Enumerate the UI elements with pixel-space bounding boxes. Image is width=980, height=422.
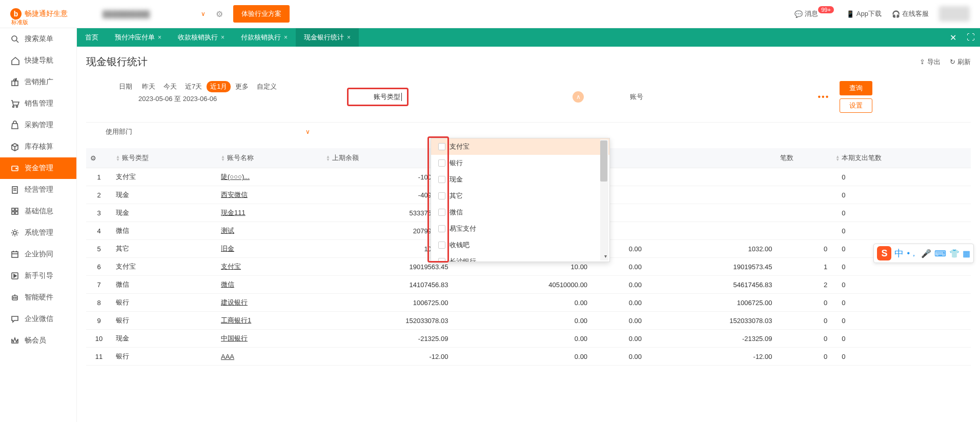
ime-lang[interactable]: 中 bbox=[894, 247, 904, 259]
settings-gear-icon[interactable]: ⚙ bbox=[216, 9, 223, 19]
account-name-link[interactable]: 现金111 bbox=[221, 209, 246, 216]
query-button[interactable]: 查询 bbox=[840, 81, 872, 95]
checkbox-icon[interactable] bbox=[438, 159, 445, 167]
dropdown-scrollbar-thumb[interactable] bbox=[600, 140, 607, 182]
tab-1[interactable]: 预付冲应付单× bbox=[107, 28, 170, 47]
checkbox-icon[interactable] bbox=[438, 242, 445, 249]
date-opt-1[interactable]: 今天 bbox=[160, 81, 180, 92]
dept-chevron-icon[interactable]: ∨ bbox=[305, 128, 310, 135]
dropdown-option-0[interactable]: 支付宝 bbox=[431, 138, 609, 155]
experience-button[interactable]: 体验行业方案 bbox=[233, 5, 290, 23]
date-opt-4[interactable]: 更多 bbox=[232, 81, 252, 92]
date-opt-3[interactable]: 近1月 bbox=[207, 81, 231, 92]
user-avatar[interactable] bbox=[939, 6, 970, 22]
org-chevron-icon[interactable]: ∨ bbox=[201, 10, 206, 17]
dropdown-scroll-down-icon[interactable]: ▾ bbox=[604, 253, 607, 259]
date-opt-0[interactable]: 昨天 bbox=[138, 81, 159, 92]
org-name[interactable]: ██████████ bbox=[103, 10, 150, 18]
cell-c6: 1006725.00 bbox=[646, 294, 776, 312]
sidebar-item-gift[interactable]: 营销推广 bbox=[0, 71, 76, 93]
export-button[interactable]: ⇪ 导出 bbox=[920, 57, 941, 67]
sidebar-item-chat[interactable]: 企业微信 bbox=[0, 308, 76, 330]
dropdown-scrollbar-track[interactable]: ▾ bbox=[600, 139, 608, 260]
dropdown-option-7[interactable]: 长沙银行 bbox=[431, 253, 609, 262]
col-account-name[interactable]: ▲▼账号名称 bbox=[217, 148, 322, 168]
checkbox-icon[interactable] bbox=[438, 225, 445, 232]
settings-button[interactable]: 设置 bbox=[840, 98, 872, 113]
sidebar-item-grid[interactable]: 基础信息 bbox=[0, 200, 76, 222]
date-opt-2[interactable]: 近7天 bbox=[181, 81, 206, 92]
account-name-link[interactable]: 工商银行1 bbox=[221, 316, 251, 324]
account-name-link[interactable]: 支付宝 bbox=[221, 263, 241, 270]
tab-close-icon[interactable]: × bbox=[284, 34, 288, 41]
tab-0[interactable]: 首页 bbox=[77, 28, 107, 47]
sidebar-item-calendar[interactable]: 企业协同 bbox=[0, 244, 76, 265]
col-count[interactable]: 笔数 bbox=[776, 148, 831, 168]
checkbox-icon[interactable] bbox=[438, 143, 445, 150]
tab-close-icon[interactable]: × bbox=[158, 34, 161, 41]
sidebar-item-doc[interactable]: 经营管理 bbox=[0, 179, 76, 200]
col-outcount[interactable]: ▲▼本期支出笔数 bbox=[831, 148, 971, 168]
ime-skin-icon[interactable]: 👕 bbox=[949, 249, 959, 258]
cell-outcnt: 0 bbox=[831, 348, 971, 366]
checkbox-icon[interactable] bbox=[438, 258, 445, 262]
account-name-link[interactable]: 陡(○○○)... bbox=[221, 173, 250, 180]
table-row[interactable]: 7微信微信14107456.8340510000.000.0054617456.… bbox=[86, 276, 971, 294]
account-name-link[interactable]: 中国银行 bbox=[221, 334, 248, 342]
checkbox-icon[interactable] bbox=[438, 176, 445, 183]
tab-3[interactable]: 付款核销执行× bbox=[233, 28, 296, 47]
sidebar-item-cart[interactable]: 销售管理 bbox=[0, 93, 76, 114]
sidebar-item-robot[interactable]: 智能硬件 bbox=[0, 287, 76, 308]
dropdown-option-3[interactable]: 其它 bbox=[431, 188, 609, 204]
logo[interactable]: b 畅捷通好生意 bbox=[10, 8, 82, 19]
account-name-link[interactable]: 测试 bbox=[221, 227, 234, 234]
table-row[interactable]: 10现金中国银行-21325.090.000.00-21325.0900 bbox=[86, 330, 971, 348]
dropdown-option-6[interactable]: 收钱吧 bbox=[431, 237, 609, 253]
app-download-link[interactable]: 📱 App下载 bbox=[846, 9, 882, 18]
fullscreen-icon[interactable]: ⛶ bbox=[962, 33, 980, 42]
table-row[interactable]: 8银行建设银行1006725.000.000.001006725.0000 bbox=[86, 294, 971, 312]
account-name-link[interactable]: 建设银行 bbox=[221, 298, 248, 306]
checkbox-icon[interactable] bbox=[438, 209, 445, 216]
dropdown-option-4[interactable]: 微信 bbox=[431, 204, 609, 220]
tab-4[interactable]: 现金银行统计× bbox=[296, 28, 359, 47]
sidebar-item-search[interactable]: 搜索菜单 bbox=[0, 28, 76, 50]
messages-link[interactable]: 💬 消息 99+ bbox=[794, 9, 836, 18]
account-name-link[interactable]: 微信 bbox=[221, 280, 234, 288]
account-name-link[interactable]: 旧金 bbox=[221, 245, 234, 252]
table-row[interactable]: 11银行AAA-12.000.000.00-12.0000 bbox=[86, 348, 971, 366]
table-settings-header[interactable]: ⚙ bbox=[86, 148, 112, 168]
tab-close-icon[interactable]: × bbox=[221, 34, 224, 41]
tab-2[interactable]: 收款核销执行× bbox=[170, 28, 233, 47]
dept-input[interactable] bbox=[138, 126, 302, 138]
ime-toolbox-icon[interactable]: ▦ bbox=[963, 249, 970, 258]
ime-keyboard-icon[interactable]: ⌨ bbox=[934, 249, 946, 258]
refresh-button[interactable]: ↻ 刷新 bbox=[950, 57, 971, 67]
sidebar-item-vip[interactable]: 畅会员 bbox=[0, 330, 76, 351]
dropdown-option-1[interactable]: 银行 bbox=[431, 155, 609, 171]
close-all-tabs-icon[interactable]: ✕ bbox=[945, 33, 962, 43]
ime-mic-icon[interactable]: 🎤 bbox=[921, 249, 931, 258]
sidebar-item-home[interactable]: 快捷导航 bbox=[0, 50, 76, 71]
sidebar-item-bag[interactable]: 采购管理 bbox=[0, 114, 76, 136]
sidebar-item-wallet[interactable]: 资金管理 bbox=[0, 157, 76, 179]
ime-toolbar[interactable]: S 中 •， 🎤 ⌨ 👕 ▦ bbox=[873, 244, 974, 263]
messages-label: 消息 bbox=[805, 9, 818, 18]
checkbox-icon[interactable] bbox=[438, 192, 445, 199]
date-opt-5[interactable]: 自定义 bbox=[253, 81, 280, 92]
sidebar-item-box[interactable]: 库存核算 bbox=[0, 136, 76, 157]
account-name-link[interactable]: 西安微信 bbox=[221, 191, 248, 198]
online-service-link[interactable]: 🎧 在线客服 bbox=[892, 9, 929, 18]
sidebar-item-gear[interactable]: 系统管理 bbox=[0, 222, 76, 244]
col-account-type[interactable]: ▲▼账号类型 bbox=[112, 148, 217, 168]
ime-punct-icon[interactable]: •， bbox=[907, 248, 918, 259]
collapse-toggle-icon[interactable]: ∧ bbox=[573, 91, 584, 103]
more-filters-icon[interactable]: ••• bbox=[818, 92, 829, 102]
dropdown-option-5[interactable]: 易宝支付 bbox=[431, 220, 609, 237]
tab-close-icon[interactable]: × bbox=[347, 34, 351, 41]
account-type-filter[interactable]: 账号类型 bbox=[347, 88, 409, 106]
table-row[interactable]: 9银行工商银行1152033078.030.000.00152033078.03… bbox=[86, 312, 971, 330]
dropdown-option-2[interactable]: 现金 bbox=[431, 171, 609, 188]
account-name-link[interactable]: AAA bbox=[221, 353, 234, 360]
sidebar-item-play[interactable]: 新手引导 bbox=[0, 265, 76, 287]
